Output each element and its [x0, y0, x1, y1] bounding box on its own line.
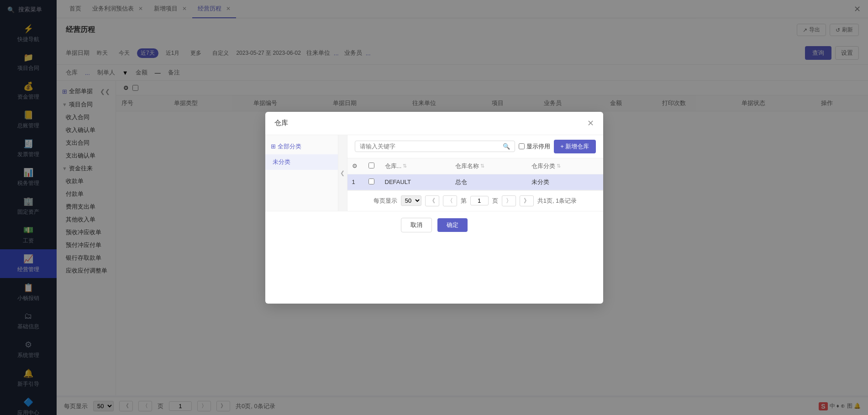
modal-collapse-icon: ❮ [340, 170, 345, 176]
modal-page-input[interactable] [470, 196, 489, 205]
modal-row1-checkbox[interactable] [368, 179, 374, 184]
modal-pagination: 每页显示 50 《 〈 第 页 〉 》 共1页, 1条记录 [347, 190, 603, 211]
modal-sidebar-unclassified-label: 未分类 [273, 158, 290, 165]
warehouse-search-input[interactable] [360, 143, 500, 150]
modal-next-btn[interactable]: 〉 [502, 195, 516, 206]
modal-th-name: 仓库名称 ⇅ [451, 158, 527, 174]
modal-toolbar: 🔍 显示停用 + 新增仓库 [347, 135, 603, 158]
modal-first-btn[interactable]: 《 [425, 195, 439, 206]
modal-table-row-1[interactable]: 1 DEFAULT 总仓 未分类 [347, 174, 603, 190]
modal-sidebar-all-label: 全部分类 [278, 142, 301, 151]
modal-th-name-sort[interactable]: 仓库名称 ⇅ [455, 162, 522, 170]
modal-sidebar-unclassified[interactable]: 未分类 [265, 154, 338, 170]
modal-page-word: 第 [461, 197, 467, 205]
show-disabled-label: 显示停用 [519, 142, 550, 151]
sort-icon-category: ⇅ [557, 163, 561, 169]
modal-th-category-sort[interactable]: 仓库分类 ⇅ [531, 162, 599, 170]
sort-icon-name: ⇅ [480, 163, 484, 169]
modal-th-category-label: 仓库分类 [531, 162, 555, 170]
modal-td-name-1: 总仓 [451, 174, 527, 190]
modal-th-name-label: 仓库名称 [455, 162, 479, 170]
modal-table: ⚙ 仓库... ⇅ [347, 158, 603, 190]
modal-per-page-select[interactable]: 50 [401, 195, 421, 206]
modal-th-gear: ⚙ [347, 158, 364, 174]
modal-th-category: 仓库分类 ⇅ [527, 158, 603, 174]
modal-th-code-sort[interactable]: 仓库... ⇅ [385, 162, 446, 170]
modal-th-code-label: 仓库... [385, 162, 402, 170]
modal-collapse-strip[interactable]: ❮ [338, 135, 347, 211]
modal-select-all-checkbox[interactable] [368, 163, 374, 168]
show-disabled-checkbox[interactable] [519, 143, 525, 149]
modal-th-checkbox [364, 158, 380, 174]
modal-td-index-1: 1 [347, 174, 364, 190]
modal-title: 仓库 [274, 119, 288, 127]
sort-icon-code: ⇅ [403, 163, 407, 169]
add-warehouse-button[interactable]: + 新增仓库 [554, 140, 595, 153]
modal-td-checkbox-1 [364, 174, 380, 190]
gear-icon-modal-th[interactable]: ⚙ [352, 163, 358, 169]
modal-footer: 取消 确定 [265, 211, 603, 239]
grid-icon-modal: ⊞ [271, 143, 276, 150]
modal-header: 仓库 ✕ [265, 112, 603, 135]
search-box: 🔍 [355, 141, 516, 152]
warehouse-modal: 仓库 ✕ ⊞ 全部分类 未分类 ❮ 🔍 [265, 112, 603, 304]
modal-prev-btn[interactable]: 〈 [443, 195, 457, 206]
modal-per-page-label: 每页显示 [374, 197, 397, 205]
show-disabled-text: 显示停用 [526, 142, 550, 151]
modal-td-code-1: DEFAULT [380, 174, 451, 190]
modal-close-button[interactable]: ✕ [587, 118, 594, 128]
modal-cancel-button[interactable]: 取消 [401, 218, 432, 232]
modal-confirm-button[interactable]: 确定 [437, 218, 468, 232]
modal-sidebar-all[interactable]: ⊞ 全部分类 [265, 139, 338, 154]
modal-th-code: 仓库... ⇅ [380, 158, 451, 174]
modal-td-category-1: 未分类 [527, 174, 603, 190]
modal-sidebar: ⊞ 全部分类 未分类 [265, 135, 338, 211]
modal-page-label: 页 [492, 197, 498, 205]
modal-last-btn[interactable]: 》 [520, 195, 534, 206]
search-icon-modal: 🔍 [503, 143, 510, 150]
modal-table-wrap: ⚙ 仓库... ⇅ [347, 158, 603, 190]
modal-main: 🔍 显示停用 + 新增仓库 ⚙ [347, 135, 603, 211]
modal-body: ⊞ 全部分类 未分类 ❮ 🔍 显示停用 [265, 135, 603, 211]
modal-total: 共1页, 1条记录 [537, 197, 577, 205]
